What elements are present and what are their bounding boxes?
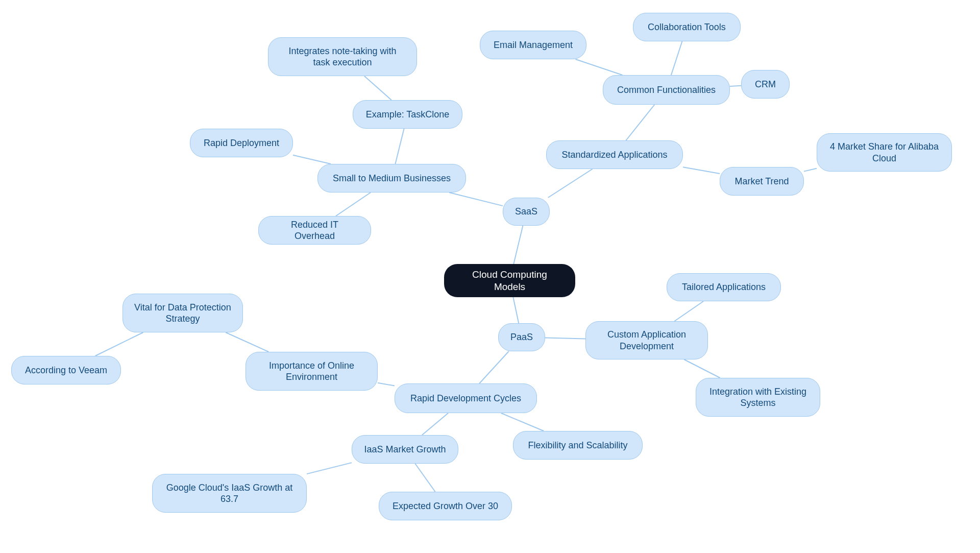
node-reduced-it-overhead[interactable]: Reduced IT Overhead — [258, 216, 371, 245]
edge-commonfn-email — [576, 59, 623, 75]
mindmap-canvas: Cloud Computing Models SaaS Standardized… — [0, 0, 980, 553]
edge-smb-rapiddeploy — [293, 155, 331, 164]
node-integrates-note-taking[interactable]: Integrates note-taking with task executi… — [268, 37, 417, 76]
node-crm[interactable]: CRM — [741, 70, 790, 99]
node-example-taskclone[interactable]: Example: TaskClone — [353, 100, 462, 129]
edge-stdapps-markettrend — [683, 167, 720, 174]
edge-smb-redit — [336, 193, 371, 216]
edge-saas-smb — [449, 193, 503, 206]
edge-stdapps-commonfn — [626, 105, 654, 140]
node-rapid-development-cycles[interactable]: Rapid Development Cycles — [395, 383, 537, 413]
node-according-to-veeam[interactable]: According to Veeam — [11, 356, 121, 384]
edge-taskclone-integratenotes — [364, 76, 391, 100]
node-vital-data-protection-strategy[interactable]: Vital for Data Protection Strategy — [122, 294, 243, 332]
edge-rapidcycles-onlineenv — [378, 383, 395, 386]
node-flexibility-and-scalability[interactable]: Flexibility and Scalability — [513, 431, 643, 460]
edge-commonfn-crm — [730, 86, 741, 86]
edge-commonfn-collab — [671, 41, 682, 75]
node-rapid-deployment[interactable]: Rapid Deployment — [190, 129, 293, 157]
node-integration-existing-systems[interactable]: Integration with Existing Systems — [696, 378, 820, 417]
node-custom-application-development[interactable]: Custom Application Development — [585, 321, 708, 359]
node-iaas-market-growth[interactable]: IaaS Market Growth — [352, 435, 458, 464]
node-tailored-applications[interactable]: Tailored Applications — [667, 273, 781, 301]
node-root[interactable]: Cloud Computing Models — [444, 264, 575, 297]
node-market-trend[interactable]: Market Trend — [720, 167, 804, 196]
node-standardized-applications[interactable]: Standardized Applications — [546, 140, 683, 169]
edge-paas-rapidcycles — [479, 351, 509, 383]
edge-smb-taskclone — [395, 129, 404, 164]
edge-root-saas — [513, 226, 523, 264]
edge-rapidcycles-iaasgrowth — [422, 413, 448, 435]
edge-saas-stdapps — [548, 169, 593, 198]
node-importance-online-environment[interactable]: Importance of Online Environment — [246, 352, 378, 391]
node-saas[interactable]: SaaS — [503, 198, 550, 226]
edge-markettrend-alibaba — [804, 169, 817, 172]
node-expected-growth-over-30[interactable]: Expected Growth Over 30 — [379, 492, 512, 520]
edge-paas-customdev — [545, 338, 585, 339]
node-paas[interactable]: PaaS — [498, 323, 545, 351]
node-alibaba-share[interactable]: 4 Market Share for Alibaba Cloud — [817, 133, 952, 172]
edge-root-paas — [513, 297, 519, 323]
edge-vitalprot-veeam — [95, 332, 143, 356]
edge-iaasgrowth-expgrowth30 — [415, 464, 435, 492]
edge-customdev-tailored — [674, 301, 703, 321]
edge-iaasgrowth-gcp637 — [307, 463, 352, 474]
edge-customdev-integration — [684, 359, 720, 378]
edge-onlineenv-vitalprot — [226, 332, 268, 352]
node-google-cloud-iaas-637[interactable]: Google Cloud's IaaS Growth at 63.7 — [152, 474, 307, 513]
edge-rapidcycles-flexscale — [501, 413, 544, 431]
node-common-functionalities[interactable]: Common Functionalities — [603, 75, 730, 105]
node-smb[interactable]: Small to Medium Businesses — [317, 164, 466, 193]
node-collaboration-tools[interactable]: Collaboration Tools — [633, 13, 741, 41]
node-email-management[interactable]: Email Management — [480, 31, 586, 59]
